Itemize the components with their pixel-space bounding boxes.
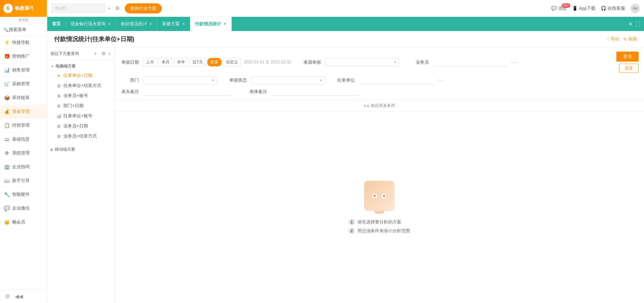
empty-hint-1: 1 请先选择要分析的方案	[349, 219, 410, 225]
tab-receivable[interactable]: 收款情况统计 ✕	[116, 17, 157, 31]
date-btn-more[interactable]: 更多	[207, 58, 222, 66]
topbar-gear-icon[interactable]: ⚙	[113, 4, 122, 13]
filter-settings-button[interactable]: 设置	[619, 64, 639, 73]
hint-num-1: 1	[349, 219, 355, 225]
partner-filter-label: 往来单位	[336, 77, 355, 83]
message-button[interactable]: 💬 消息 99+	[551, 5, 567, 11]
tab-maximize-icon[interactable]: ⛶	[635, 21, 641, 27]
header-note-input[interactable]	[143, 88, 231, 96]
hint-num-2: 2	[349, 228, 355, 234]
online-service-button[interactable]: 🎧 在线客服	[601, 5, 625, 11]
sidebar-item-member[interactable]: 👑 畅会员	[0, 215, 47, 229]
sidebar-item-enterprise[interactable]: 🏢 企业协同	[0, 160, 47, 174]
sidebar-bottom: ⚙ ◀◀	[0, 289, 47, 303]
partner-input[interactable]	[359, 76, 433, 84]
scheme-item-partner-date[interactable]: ● 往来单位+日期	[47, 70, 114, 81]
scheme-salesman-date-label: 业务员+日期	[63, 123, 88, 129]
date-btn-last-month[interactable]: 上月	[143, 58, 157, 66]
scheme-table-icon-4: ▦	[56, 124, 61, 128]
tab-receivable-close-icon[interactable]: ✕	[149, 22, 152, 26]
scheme-item-dept-date[interactable]: ▦ 部门+日期	[47, 101, 114, 111]
sidebar-item-nav[interactable]: ⚡ 快捷导航	[0, 36, 47, 50]
sidebar-item-inventory[interactable]: 📦 库存核算	[0, 91, 47, 105]
scheme-table-icon-3: ▦	[56, 103, 61, 108]
topbar-left: 地址栏 ▾ ⚙ 体验行业方案	[51, 3, 549, 13]
desktop-schemes-title[interactable]: ▼ 电脑端方案	[47, 62, 114, 70]
collapse-more-button[interactable]: ∧∧ 收起更多条件	[115, 100, 644, 112]
status-select[interactable]: ▾	[251, 77, 325, 84]
tab-close-all-icon[interactable]: ✕	[628, 21, 633, 27]
scheme-item-salesman-account[interactable]: ▦ 业务员+账号	[47, 91, 114, 101]
refresh-button[interactable]: ↻ 刷新	[623, 36, 637, 42]
source-select[interactable]: ▾	[325, 58, 399, 66]
tab-bank-close-icon[interactable]: ✕	[108, 22, 111, 26]
user-avatar[interactable]: Rit	[631, 4, 640, 13]
scheme-item-partner-account[interactable]: 📊 往来单位+账号	[47, 111, 114, 121]
tab-payment[interactable]: 付款情况统计 ✕	[190, 17, 232, 31]
export-icon: ↑	[607, 37, 610, 42]
address-chevron-icon[interactable]: ▾	[108, 6, 110, 11]
app-download-button[interactable]: 📱 App下载	[572, 5, 595, 11]
page-header-actions: ↑ 导出 ↻ 刷新	[607, 36, 638, 46]
export-button[interactable]: ↑ 导出	[607, 36, 620, 42]
scheme-item-salesman-settlement[interactable]: ▦ 业务员+结算方式	[47, 131, 114, 141]
sidebar-basic-label: 基础信息	[12, 136, 30, 142]
scheme-add-icon[interactable]: ＋	[92, 50, 99, 57]
topbar: 地址栏 ▾ ⚙ 体验行业方案 💬 消息 99+ 📱 App下载 🎧 在线客服 R…	[47, 0, 644, 17]
app-tag: 标准版	[0, 17, 47, 24]
sidebar-item-basic[interactable]: 🗂 基础信息	[0, 132, 47, 146]
scheme-settings-icon[interactable]: ⚙	[100, 50, 107, 57]
tab-payment-close-icon[interactable]: ✕	[223, 22, 227, 26]
scheme-panel-title-text: 按以下方案查询	[51, 51, 79, 57]
dept-select[interactable]: ▾	[143, 77, 217, 84]
robot-illustration	[364, 181, 394, 211]
finance-icon: 💰	[3, 108, 10, 115]
sidebar-item-hardware[interactable]: 🔧 智能硬件	[0, 188, 47, 202]
filter-row-1: 单据日期 上月 本月 本年 近7天 更多 自定义 2022-01-01 至 20…	[120, 52, 639, 73]
sidebar-item-operations[interactable]: 📋 经营管理	[0, 119, 47, 132]
salesman-input[interactable]	[433, 58, 507, 66]
sidebar-item-marketing[interactable]: 🎁 营销推广	[0, 50, 47, 63]
scheme-active-circle-icon: ●	[56, 73, 61, 78]
tab-home[interactable]: 首页	[47, 17, 66, 31]
sidebar-item-guide[interactable]: 📖 新手引导	[0, 174, 47, 188]
app-name: 畅捷通巧	[15, 5, 34, 11]
mobile-schemes-title[interactable]: ▶ 移动端方案	[47, 145, 114, 154]
sales-icon: 📊	[3, 67, 10, 73]
page-title: 付款情况统计(往来单位+日期)	[54, 35, 135, 47]
date-btn-custom[interactable]: 自定义	[223, 58, 241, 66]
sidebar-purchase-label: 采购管理	[12, 81, 30, 87]
scheme-panel-title: 按以下方案查询	[51, 51, 79, 57]
scheme-item-salesman-date[interactable]: ▦ 业务员+日期	[47, 121, 114, 131]
date-btn-this-month[interactable]: 本月	[158, 58, 173, 66]
empty-hints: 1 请先选择要分析的方案 2 用过滤条件来缩小分析范围	[349, 219, 410, 234]
page-header: 付款情况统计(往来单位+日期) ↑ 导出 ↻ 刷新	[47, 31, 644, 48]
address-text: 地址栏	[54, 6, 66, 10]
scheme-table-icon-2: ▦	[56, 93, 61, 98]
body-note-input[interactable]	[271, 88, 359, 96]
date-btn-this-year[interactable]: 本年	[174, 58, 188, 66]
query-button[interactable]: 查询	[616, 52, 639, 62]
sidebar-item-wechat[interactable]: 💬 企业微信	[0, 202, 47, 215]
sidebar-operations-label: 经营管理	[12, 122, 30, 128]
tab-new[interactable]: 新建方案 ✕	[157, 17, 190, 31]
trial-button[interactable]: 体验行业方案	[125, 3, 162, 13]
address-bar[interactable]: 地址栏	[51, 4, 105, 13]
sidebar-item-search[interactable]: 🔍 搜索菜单	[0, 24, 47, 36]
sidebar-item-purchase[interactable]: 🛒 采购管理	[0, 77, 47, 91]
tab-bank[interactable]: 现金银行流水查询 ✕	[66, 17, 116, 31]
sidebar-item-system[interactable]: ⚙ 系统管理	[0, 146, 47, 160]
settings-gear-icon[interactable]: ⚙	[3, 292, 11, 300]
status-filter-label: 单据状态	[228, 77, 247, 83]
partner-more-icon[interactable]: ···	[437, 77, 443, 83]
sidebar-item-sales[interactable]: 📊 销售管理	[0, 63, 47, 77]
scheme-collapse-icon[interactable]: «	[108, 51, 111, 56]
collapse-sidebar-icon[interactable]: ◀◀	[15, 292, 23, 300]
filter-row-3: 表头备注 表体备注	[120, 88, 639, 96]
sidebar-item-finance[interactable]: 💰 资金管理	[0, 105, 47, 119]
tab-new-close-icon[interactable]: ✕	[182, 22, 185, 26]
sidebar-search-label: 搜索菜单	[9, 27, 26, 33]
scheme-item-partner-settlement[interactable]: ▦ 往来单位+结算方式	[47, 81, 114, 91]
salesman-more-icon[interactable]: ···	[511, 59, 518, 65]
date-btn-7days[interactable]: 近7天	[189, 58, 206, 66]
